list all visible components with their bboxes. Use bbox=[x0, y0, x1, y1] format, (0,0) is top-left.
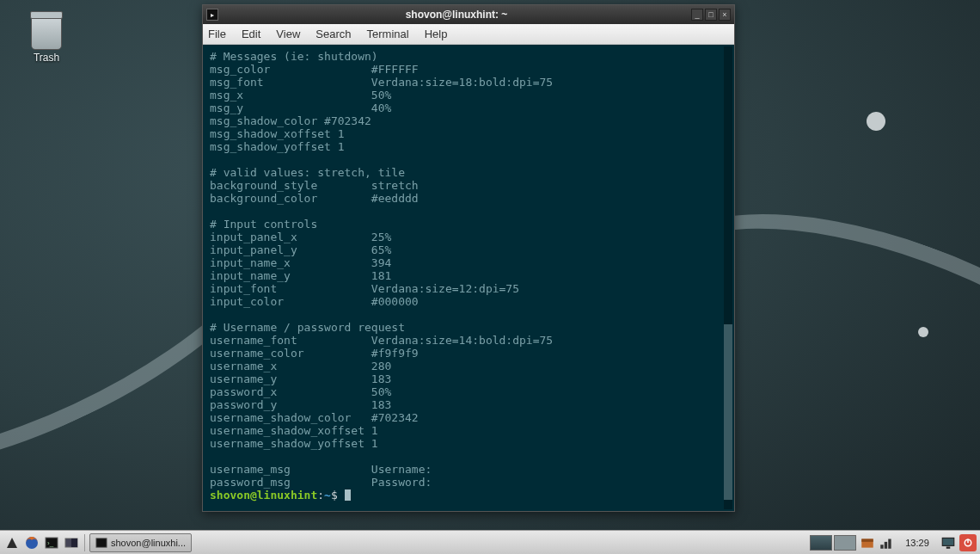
taskbar-task-terminal[interactable]: shovon@linuxhi... bbox=[89, 533, 192, 552]
task-label: shovon@linuxhi... bbox=[111, 538, 186, 548]
terminal-line: msg_font Verdana:size=18:bold:dpi=75 bbox=[210, 76, 727, 89]
wallpaper-dot bbox=[867, 112, 885, 131]
tray-network-icon[interactable] bbox=[879, 535, 894, 551]
taskbar: ›_ shovon@linuxhi... 13:29 bbox=[0, 530, 980, 554]
terminal-line: username_y 183 bbox=[210, 372, 727, 385]
terminal-line: username_shadow_yoffset 1 bbox=[210, 437, 727, 450]
terminal-line: password_msg Password: bbox=[210, 476, 727, 489]
terminal-icon: ▸ bbox=[206, 9, 218, 21]
svg-rect-5 bbox=[96, 538, 107, 547]
prompt-user: shovon bbox=[210, 489, 250, 502]
desktop-icon-trash[interactable]: Trash bbox=[26, 15, 67, 64]
terminal-line: msg_shadow_yoffset 1 bbox=[210, 140, 727, 153]
terminal-line: username_shadow_color #702342 bbox=[210, 411, 727, 424]
shutdown-button[interactable] bbox=[959, 534, 977, 551]
svg-rect-9 bbox=[885, 541, 887, 548]
menu-view[interactable]: View bbox=[276, 28, 300, 40]
scroll-thumb[interactable] bbox=[724, 324, 732, 500]
terminal-line: # valid values: stretch, tile bbox=[210, 166, 727, 179]
terminal-line: msg_color #FFFFFF bbox=[210, 63, 727, 76]
terminal-line: background_color #eedddd bbox=[210, 192, 727, 205]
terminal-line: username_color #f9f9f9 bbox=[210, 347, 727, 360]
firefox-icon[interactable] bbox=[23, 534, 40, 551]
tray-monitor-icon[interactable] bbox=[940, 535, 956, 551]
terminal-line: username_shadow_xoffset 1 bbox=[210, 424, 727, 437]
svg-rect-7 bbox=[861, 539, 873, 541]
tray-updates-icon[interactable] bbox=[860, 535, 875, 551]
terminal-line: msg_shadow_color #702342 bbox=[210, 114, 727, 127]
maximize-button[interactable]: □ bbox=[705, 9, 717, 21]
terminal-body[interactable]: # Messages (ie: shutdown)msg_color #FFFF… bbox=[203, 45, 734, 511]
terminal-line: input_panel_x 25% bbox=[210, 231, 727, 243]
taskbar-separator bbox=[84, 534, 85, 551]
terminal-line: username_msg Username: bbox=[210, 463, 727, 476]
menu-search[interactable]: Search bbox=[315, 28, 351, 40]
svg-rect-4 bbox=[71, 539, 77, 547]
terminal-line bbox=[210, 308, 727, 321]
terminal-line bbox=[210, 450, 727, 463]
wallpaper-dot bbox=[918, 327, 928, 337]
terminal-line: input_name_y 181 bbox=[210, 269, 727, 282]
terminal-scrollbar[interactable] bbox=[724, 46, 732, 509]
terminal-line: background_style stretch bbox=[210, 179, 727, 192]
start-menu-icon[interactable] bbox=[3, 534, 21, 551]
terminal-line: input_font Verdana:size=12:dpi=75 bbox=[210, 282, 727, 295]
svg-rect-12 bbox=[946, 546, 951, 548]
terminal-window: ▸ shovon@linuxhint: ~ _ □ × File Edit Vi… bbox=[202, 4, 735, 512]
close-button[interactable]: × bbox=[719, 9, 731, 21]
prompt-path: ~ bbox=[324, 489, 331, 502]
workspace-1[interactable] bbox=[810, 535, 832, 551]
terminal-line: username_font Verdana:size=14:bold:dpi=7… bbox=[210, 334, 727, 347]
terminal-line: # Input controls bbox=[210, 218, 727, 231]
svg-rect-10 bbox=[888, 539, 891, 548]
file-manager-icon[interactable] bbox=[63, 534, 80, 551]
terminal-line: msg_x 50% bbox=[210, 89, 727, 102]
power-icon bbox=[963, 538, 973, 548]
menu-terminal[interactable]: Terminal bbox=[367, 28, 409, 40]
taskbar-clock[interactable]: 13:29 bbox=[897, 538, 937, 548]
prompt-symbol: $ bbox=[331, 489, 338, 502]
prompt-host: linuxhint bbox=[257, 489, 317, 502]
terminal-line: # Messages (ie: shutdown) bbox=[210, 50, 727, 63]
terminal-line: password_y 183 bbox=[210, 398, 727, 411]
trash-label: Trash bbox=[26, 52, 67, 64]
svg-rect-11 bbox=[942, 538, 954, 545]
menu-file[interactable]: File bbox=[208, 28, 226, 40]
menu-edit[interactable]: Edit bbox=[242, 28, 260, 40]
window-menubar: File Edit View Search Terminal Help bbox=[203, 24, 734, 45]
terminal-line: input_panel_y 65% bbox=[210, 243, 727, 256]
terminal-line bbox=[210, 205, 727, 218]
terminal-launcher-icon[interactable]: ›_ bbox=[43, 534, 60, 551]
workspace-pager[interactable] bbox=[810, 535, 856, 551]
terminal-line: input_name_x 394 bbox=[210, 256, 727, 269]
terminal-line: username_x 280 bbox=[210, 360, 727, 372]
terminal-icon bbox=[95, 537, 107, 549]
terminal-line: password_x 50% bbox=[210, 385, 727, 398]
svg-text:›_: ›_ bbox=[47, 539, 54, 547]
window-titlebar[interactable]: ▸ shovon@linuxhint: ~ _ □ × bbox=[203, 5, 734, 24]
terminal-line: msg_y 40% bbox=[210, 102, 727, 114]
terminal-line: # Username / password request bbox=[210, 321, 727, 334]
terminal-line bbox=[210, 153, 727, 166]
minimize-button[interactable]: _ bbox=[691, 9, 703, 21]
terminal-cursor bbox=[345, 489, 351, 501]
terminal-line: input_color #000000 bbox=[210, 295, 727, 308]
workspace-2[interactable] bbox=[834, 535, 856, 551]
terminal-line: msg_shadow_xoffset 1 bbox=[210, 127, 727, 140]
trash-icon bbox=[31, 15, 62, 50]
menu-help[interactable]: Help bbox=[425, 28, 448, 40]
window-title: shovon@linuxhint: ~ bbox=[224, 9, 689, 21]
terminal-prompt-line: shovon@linuxhint:~$ bbox=[210, 489, 727, 502]
svg-rect-8 bbox=[880, 545, 883, 549]
